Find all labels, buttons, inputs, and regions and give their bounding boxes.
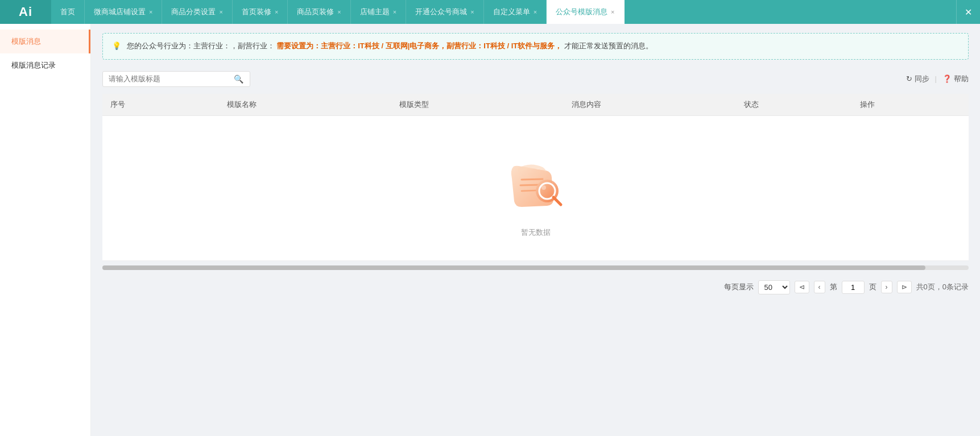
table-header: 模版名称 bbox=[219, 94, 391, 116]
empty-text: 暂无数据 bbox=[521, 227, 551, 238]
sidebar-item[interactable]: 模版消息 bbox=[0, 30, 90, 53]
page-unit: 页 bbox=[869, 282, 876, 292]
first-page-button[interactable]: ⊲ bbox=[795, 281, 809, 293]
data-table: 序号模版名称模版类型消息内容状态操作 bbox=[102, 94, 969, 261]
nav-tab[interactable]: 公众号模版消息× bbox=[547, 0, 624, 24]
nav-tab[interactable]: 首页装修× bbox=[233, 0, 288, 24]
app-logo: Ai bbox=[0, 0, 51, 24]
divider: | bbox=[935, 74, 937, 83]
nav-tab[interactable]: 自定义菜单× bbox=[484, 0, 547, 24]
help-button[interactable]: ❓ 帮助 bbox=[942, 74, 969, 84]
sidebar: 模版消息模版消息记录 bbox=[0, 24, 91, 436]
nav-tab[interactable]: 店铺主题× bbox=[351, 0, 406, 24]
svg-line-0 bbox=[522, 179, 543, 180]
svg-line-5 bbox=[553, 197, 561, 205]
sync-icon: ↻ bbox=[906, 74, 912, 83]
nav-tab[interactable]: 微商城店铺设置× bbox=[85, 0, 162, 24]
tab-close-button[interactable]: × bbox=[534, 9, 537, 15]
top-nav: Ai 首页微商城店铺设置×商品分类设置×首页装修×商品页装修×店铺主题×开通公众… bbox=[0, 0, 980, 24]
content-area: 💡 您的公众号行业为：主营行业：，副营行业： 需要设置为：主营行业：IT科技 /… bbox=[91, 24, 980, 436]
help-icon: ❓ bbox=[942, 74, 952, 83]
sidebar-item[interactable]: 模版消息记录 bbox=[0, 53, 90, 77]
search-area: 🔍 bbox=[102, 71, 250, 87]
table-header: 模版类型 bbox=[391, 94, 564, 116]
page-size-label: 每页显示 bbox=[724, 282, 754, 292]
last-page-button[interactable]: ⊳ bbox=[897, 281, 912, 293]
search-input[interactable] bbox=[109, 74, 234, 83]
page-input[interactable] bbox=[842, 281, 865, 294]
tab-close-button[interactable]: × bbox=[337, 9, 341, 15]
notice-suffix: 才能正常发送预置的消息。 bbox=[564, 41, 653, 50]
notice-box: 💡 您的公众号行业为：主营行业：，副营行业： 需要设置为：主营行业：IT科技 /… bbox=[102, 33, 969, 60]
total-info: 共0页，0条记录 bbox=[916, 282, 969, 292]
help-label: 帮助 bbox=[954, 74, 969, 84]
svg-point-6 bbox=[541, 185, 546, 190]
svg-line-2 bbox=[522, 190, 536, 191]
notice-prefix: 您的公众号行业为：主营行业：，副营行业： bbox=[127, 41, 275, 50]
nav-tab[interactable]: 首页 bbox=[51, 0, 85, 24]
toolbar: 🔍 ↻ 同步 | ❓ 帮助 bbox=[102, 71, 969, 87]
table-header: 操作 bbox=[852, 94, 969, 116]
page-size-select[interactable]: 50 20 100 bbox=[758, 280, 790, 294]
search-icon[interactable]: 🔍 bbox=[234, 74, 243, 84]
prev-page-button[interactable]: ‹ bbox=[814, 281, 825, 293]
nav-tab[interactable]: 商品页装修× bbox=[288, 0, 350, 24]
tab-close-button[interactable]: × bbox=[275, 9, 278, 15]
scrollbar-track[interactable] bbox=[102, 265, 969, 270]
table-header: 消息内容 bbox=[564, 94, 736, 116]
empty-illustration bbox=[502, 150, 570, 218]
sync-label: 同步 bbox=[915, 74, 929, 84]
tab-close-button[interactable]: × bbox=[149, 9, 152, 15]
tab-close-button[interactable]: × bbox=[611, 9, 614, 15]
table-header: 序号 bbox=[102, 94, 219, 116]
main-layout: 模版消息模版消息记录 💡 您的公众号行业为：主营行业：，副营行业： 需要设置为：… bbox=[0, 24, 980, 436]
nav-tabs: 首页微商城店铺设置×商品分类设置×首页装修×商品页装修×店铺主题×开通公众号商城… bbox=[51, 0, 956, 24]
bulb-icon: 💡 bbox=[112, 41, 121, 50]
table-header: 状态 bbox=[736, 94, 853, 116]
close-all-button[interactable]: ✕ bbox=[956, 0, 980, 24]
scrollbar-thumb[interactable] bbox=[102, 265, 925, 270]
tab-close-button[interactable]: × bbox=[470, 9, 474, 15]
next-page-button[interactable]: › bbox=[881, 281, 892, 293]
pagination: 每页显示 50 20 100 ⊲ ‹ 第 页 › ⊳ 共0页，0条记录 bbox=[102, 275, 969, 297]
tab-close-button[interactable]: × bbox=[393, 9, 396, 15]
nav-tab[interactable]: 开通公众号商城× bbox=[406, 0, 483, 24]
page-label: 第 bbox=[830, 282, 837, 292]
sync-button[interactable]: ↻ 同步 bbox=[906, 74, 929, 84]
empty-state: 暂无数据 bbox=[102, 116, 969, 260]
toolbar-right: ↻ 同步 | ❓ 帮助 bbox=[906, 74, 969, 84]
logo-text: Ai bbox=[19, 5, 32, 19]
nav-tab[interactable]: 商品分类设置× bbox=[162, 0, 232, 24]
notice-highlight: 需要设置为：主营行业：IT科技 / 互联网|电子商务，副营行业：IT科技 / I… bbox=[276, 41, 562, 50]
tab-close-button[interactable]: × bbox=[219, 9, 222, 15]
